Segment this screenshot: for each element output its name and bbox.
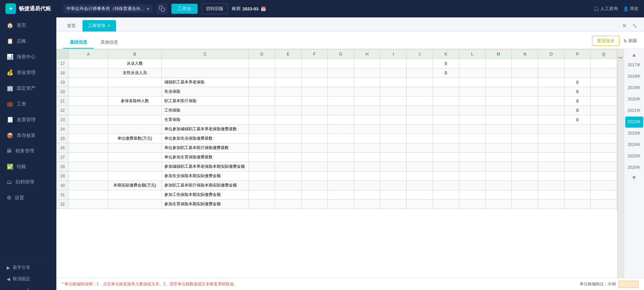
year-down-arrow[interactable]: ▼ (630, 173, 638, 182)
cell-b[interactable]: 单位缴费基数(万元) (108, 134, 161, 143)
cell-p[interactable] (564, 162, 590, 171)
cell-empty[interactable] (301, 78, 327, 87)
cell-empty[interactable] (459, 134, 485, 143)
cell-empty[interactable] (512, 68, 538, 78)
cell-empty[interactable] (512, 78, 538, 87)
cell-empty[interactable] (485, 190, 512, 200)
cell-q[interactable] (591, 162, 617, 171)
year-item[interactable]: 2017年 (625, 60, 643, 71)
cell-empty[interactable] (512, 190, 538, 200)
cell-p[interactable] (564, 181, 590, 190)
cell-empty[interactable] (275, 200, 301, 209)
year-item[interactable]: 2023年 (625, 128, 643, 139)
cell-c[interactable]: 参加工伤保险本期实际缴费金额 (161, 190, 249, 200)
cell-q[interactable] (591, 59, 617, 68)
cell-empty[interactable] (249, 153, 275, 162)
cell-empty[interactable] (512, 162, 538, 171)
cell-k[interactable] (433, 143, 459, 153)
cell-empty[interactable] (380, 162, 406, 171)
cell-b[interactable]: 女性从业人员 (108, 68, 161, 78)
cell-p[interactable]: 0 (564, 87, 590, 96)
sidebar-item-unpin[interactable]: ◀ 取消固定 (0, 273, 56, 285)
cell-empty[interactable] (538, 96, 564, 106)
cell-q[interactable] (591, 78, 617, 87)
cell-empty[interactable] (249, 115, 275, 125)
cell-empty[interactable] (354, 162, 380, 171)
cell-c[interactable]: 单位参加职工基本医疗保险缴费基数 (161, 143, 249, 153)
cell-empty[interactable] (485, 125, 512, 134)
cell-empty[interactable] (538, 143, 564, 153)
table-row[interactable]: 27单位参加生育保险缴费基数 (57, 153, 617, 162)
cell-p[interactable] (564, 190, 590, 200)
table-row[interactable]: 25单位缴费基数(万元)单位参加失业保险缴费基数 (57, 134, 617, 143)
cell-empty[interactable] (380, 87, 406, 96)
cell-empty[interactable] (512, 134, 538, 143)
spreadsheet-wrapper[interactable]: A B C D E F G H I J K L M (56, 49, 617, 278)
cell-empty[interactable] (538, 106, 564, 115)
cell-empty[interactable] (301, 200, 327, 209)
cell-empty[interactable] (301, 162, 327, 171)
cell-p[interactable] (564, 134, 590, 143)
cell-empty[interactable] (328, 134, 354, 143)
cell-empty[interactable] (485, 200, 512, 209)
cell-empty[interactable] (275, 153, 301, 162)
cell-q[interactable] (591, 200, 617, 209)
cell-empty[interactable] (328, 125, 354, 134)
cell-p[interactable]: 0 (564, 106, 590, 115)
cell-empty[interactable] (354, 190, 380, 200)
cell-empty[interactable] (275, 143, 301, 153)
sub-tab-basic[interactable]: 基础信息 (63, 37, 94, 49)
year-item[interactable]: 2026年 (625, 162, 643, 173)
cell-empty[interactable] (301, 68, 327, 78)
cell-empty[interactable] (275, 115, 301, 125)
cell-empty[interactable] (249, 96, 275, 106)
cell-empty[interactable] (328, 181, 354, 190)
cell-k[interactable] (433, 125, 459, 134)
cell-empty[interactable] (249, 87, 275, 96)
cell-p[interactable]: 0 (564, 78, 590, 87)
cell-a[interactable] (69, 143, 108, 153)
cell-empty[interactable] (407, 115, 433, 125)
cell-c[interactable]: 工伤保险 (161, 106, 249, 115)
cell-empty[interactable] (380, 134, 406, 143)
cell-b[interactable] (108, 125, 161, 134)
tab-close-button[interactable]: ✕ (107, 23, 111, 28)
cell-empty[interactable] (512, 125, 538, 134)
cell-empty[interactable] (249, 125, 275, 134)
sidebar-item-salary[interactable]: 💼 工资 (0, 96, 56, 112)
sidebar-item-invoice[interactable]: 🧾 发票管理 (0, 112, 56, 128)
cell-empty[interactable] (485, 106, 512, 115)
cell-k[interactable] (433, 153, 459, 162)
cell-b[interactable] (108, 153, 161, 162)
year-up-arrow[interactable]: ▲ (630, 51, 638, 59)
cell-empty[interactable] (249, 162, 275, 171)
table-row[interactable]: 18女性从业人员0 (57, 68, 617, 78)
cell-empty[interactable] (328, 68, 354, 78)
cell-a[interactable] (69, 68, 108, 78)
cell-empty[interactable] (301, 181, 327, 190)
cell-empty[interactable] (485, 143, 512, 153)
cell-empty[interactable] (459, 125, 485, 134)
cell-empty[interactable] (354, 78, 380, 87)
cell-a[interactable] (69, 134, 108, 143)
cell-empty[interactable] (380, 115, 406, 125)
cell-empty[interactable] (275, 68, 301, 78)
table-row[interactable]: 32参加生育保险本期实际缴费金额 (57, 200, 617, 209)
cell-empty[interactable] (407, 190, 433, 200)
cell-q[interactable] (591, 87, 617, 96)
cell-empty[interactable] (301, 106, 327, 115)
cell-empty[interactable] (354, 87, 380, 96)
cell-k[interactable] (433, 171, 459, 181)
cell-empty[interactable] (301, 125, 327, 134)
table-row[interactable]: 30本期实际缴费金额(万元)参加职工基本医疗保险本期实际缴费金额 (57, 181, 617, 190)
close-window-button[interactable]: ✕ (621, 21, 628, 31)
cell-empty[interactable] (459, 171, 485, 181)
sidebar-scroll-down[interactable]: ▼ (0, 287, 56, 290)
cell-empty[interactable] (301, 134, 327, 143)
cell-empty[interactable] (380, 171, 406, 181)
cell-empty[interactable] (485, 115, 512, 125)
sidebar-item-settings[interactable]: ⚙ 设置 (0, 190, 56, 206)
cell-empty[interactable] (249, 78, 275, 87)
cell-empty[interactable] (485, 171, 512, 181)
cell-c[interactable] (161, 68, 249, 78)
